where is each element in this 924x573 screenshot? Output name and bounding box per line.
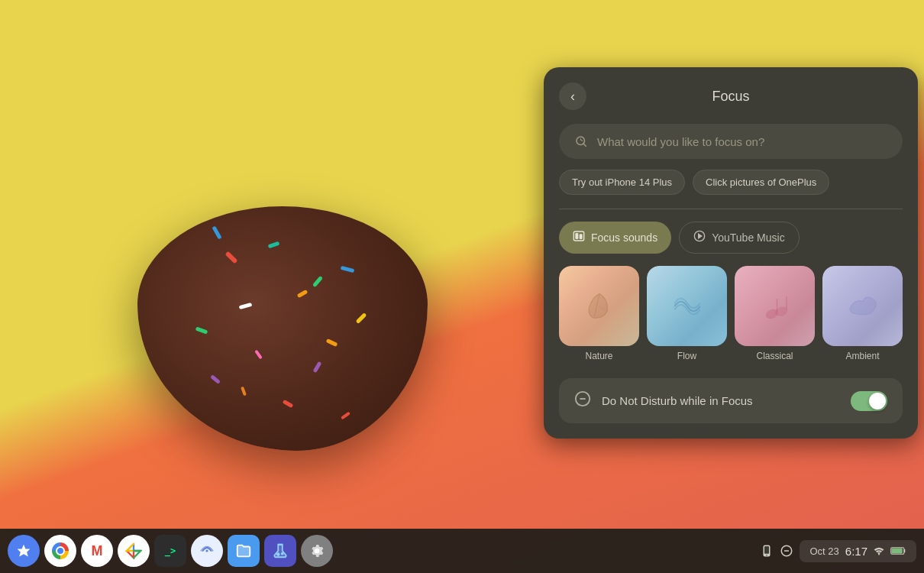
terminal-icon: _>	[165, 545, 176, 556]
divider-1	[559, 209, 903, 209]
ambient-thumbnail	[822, 266, 903, 346]
gmail-icon: M	[92, 543, 103, 559]
svg-point-23	[766, 555, 767, 556]
svg-point-19	[277, 553, 279, 555]
datetime-area[interactable]: Oct 23 6:17	[800, 540, 917, 562]
svg-rect-4	[580, 235, 582, 238]
search-bar[interactable]: What would you like to focus on?	[559, 124, 903, 159]
taskbar-apps: M _>	[8, 535, 760, 567]
svg-point-26	[878, 554, 880, 555]
back-button[interactable]: ‹	[559, 83, 586, 110]
phone-icon[interactable]	[760, 544, 774, 558]
flow-thumbnail	[647, 266, 727, 346]
panel-title: Focus	[712, 89, 749, 105]
donut-illustration	[0, 0, 519, 535]
svg-rect-29	[891, 548, 902, 553]
wifi-icon	[874, 545, 884, 556]
classical-thumbnail	[735, 266, 815, 346]
date-display: Oct 23	[810, 545, 839, 557]
svg-marker-6	[699, 234, 702, 238]
taskbar-right: Oct 23 6:17	[760, 540, 917, 562]
svg-rect-22	[764, 546, 769, 554]
battery-icon	[890, 546, 906, 555]
focus-sounds-icon	[573, 230, 585, 245]
svg-point-17	[205, 549, 208, 552]
taskbar: M _>	[0, 529, 924, 573]
suggestion-chips: Try out iPhone 14 Plus Click pictures of…	[559, 170, 903, 195]
taskbar-settings[interactable]	[301, 535, 333, 567]
svg-rect-28	[904, 549, 905, 552]
taskbar-files[interactable]	[228, 535, 260, 567]
panel-header: ‹ Focus	[559, 83, 903, 110]
dnd-toggle[interactable]	[851, 391, 887, 411]
dnd-label: Do Not Disturb while in Focus	[602, 394, 840, 407]
taskbar-flask[interactable]	[264, 535, 296, 567]
youtube-music-label: YouTube Music	[712, 231, 784, 244]
svg-line-1	[583, 143, 586, 147]
dnd-icon	[574, 390, 591, 411]
focus-panel: ‹ Focus What would you like to focus on?…	[544, 67, 918, 439]
taskbar-dnd-icon[interactable]	[780, 544, 793, 558]
svg-rect-2	[573, 231, 583, 241]
ambient-label: Ambient	[845, 351, 879, 364]
taskbar-terminal[interactable]: _>	[154, 535, 186, 567]
sound-card-classical[interactable]: Classical	[735, 266, 815, 364]
search-placeholder: What would you like to focus on?	[597, 135, 764, 148]
flow-label: Flow	[677, 351, 696, 364]
svg-marker-16	[18, 545, 31, 557]
classical-label: Classical	[756, 351, 793, 364]
taskbar-brainwave[interactable]	[191, 535, 223, 567]
focus-sounds-label: Focus sounds	[591, 231, 657, 244]
time-display: 6:17	[845, 545, 867, 558]
tab-youtube-music[interactable]: YouTube Music	[679, 222, 799, 254]
donut-shape	[137, 206, 428, 451]
youtube-music-icon	[693, 230, 706, 245]
taskbar-launcher[interactable]	[8, 535, 40, 567]
sound-card-flow[interactable]: Flow	[647, 266, 727, 364]
chip-try-iphone[interactable]: Try out iPhone 14 Plus	[559, 170, 685, 195]
nature-label: Nature	[585, 351, 612, 364]
sound-card-nature[interactable]: Nature	[559, 266, 639, 364]
tab-focus-sounds[interactable]: Focus sounds	[559, 222, 671, 254]
taskbar-photos[interactable]	[118, 535, 150, 567]
search-icon	[574, 134, 588, 148]
svg-point-20	[282, 553, 283, 555]
chip-click-pictures[interactable]: Click pictures of OnePlus	[693, 170, 829, 195]
sound-tabs: Focus sounds YouTube Music	[559, 222, 903, 254]
svg-rect-3	[576, 234, 578, 239]
taskbar-gmail[interactable]: M	[81, 535, 113, 567]
sound-card-ambient[interactable]: Ambient	[822, 266, 903, 364]
toggle-knob	[869, 393, 886, 410]
sounds-grid: Nature Flow Cla	[559, 266, 903, 364]
taskbar-chrome[interactable]	[44, 535, 76, 567]
dnd-row: Do Not Disturb while in Focus	[559, 378, 903, 423]
nature-thumbnail	[559, 266, 639, 346]
